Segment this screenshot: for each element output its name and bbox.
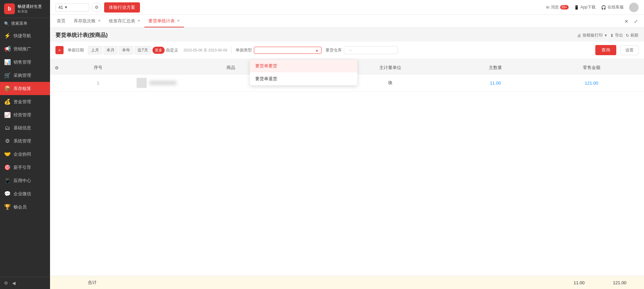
tab-collect-label: 收发存汇总表 — [109, 18, 135, 24]
sidebar-search[interactable]: 🔍 搜索菜单 — [0, 18, 50, 29]
sidebar-item-marketing[interactable]: 📢 营销推广 — [0, 42, 50, 55]
nav-label-enterprise: 企业协同 — [14, 151, 31, 157]
date-btn-more[interactable]: 更多 — [152, 47, 165, 54]
td-settings — [50, 74, 64, 92]
sidebar-footer: ⚙ ◀ — [0, 277, 50, 289]
sidebar-item-sales[interactable]: 📊 销售管理 — [0, 55, 50, 69]
footer-label: 合计 — [88, 280, 97, 285]
topbar-left: 41 ▼ ⚙ 体验行业方案 — [55, 2, 542, 13]
print-btn[interactable]: 🖨 按模板打印 ▼ — [577, 32, 607, 38]
sidebar-item-appstore[interactable]: 📱 应用中心 — [0, 174, 50, 187]
sidebar-item-purchase[interactable]: 🛒 采购管理 — [0, 69, 50, 82]
chevron-down-icon: ▼ — [64, 5, 68, 9]
print-label: 按模板打印 — [582, 32, 603, 38]
sidebar-item-member[interactable]: 🏆 畅会员 — [0, 200, 50, 214]
nav-label-system: 系统管理 — [14, 138, 31, 144]
page-actions: 🖨 按模板打印 ▼ ⬇ 导出 ↻ 刷新 — [577, 32, 639, 38]
date-filter-label: 单据日期 — [68, 47, 84, 53]
tab-home[interactable]: 首页 — [53, 15, 70, 27]
dropdown-caret-icon: ▲ — [315, 48, 318, 52]
col-header-num: 序号 — [94, 65, 102, 70]
tab-expand-btn[interactable]: ⤢ — [632, 17, 640, 25]
app-download-btn[interactable]: 📱 App下载 — [574, 4, 596, 10]
tab-bar: 首页 库存批次账 ✕ 收发存汇总表 ✕ 要货单统计表 ✕ ✕ ⤢ — [50, 15, 644, 28]
page-title: 要货单统计表(按商品) — [55, 32, 108, 39]
date-btn-this-month[interactable]: 本月 — [103, 46, 118, 54]
tab-collect-close[interactable]: ✕ — [137, 19, 140, 23]
refresh-icon: ↻ — [626, 33, 629, 38]
tab-close-all-btn[interactable]: ✕ — [622, 17, 630, 25]
search-label: 搜索菜单 — [11, 21, 27, 26]
td-num: 1 — [64, 74, 133, 92]
guide-icon: 🎯 — [4, 164, 11, 171]
amount-link[interactable]: 121.00 — [585, 81, 598, 86]
message-label: 消息 — [551, 4, 559, 10]
wechat-icon: 💬 — [4, 191, 11, 197]
page-content: 要货单统计表(按商品) 🖨 按模板打印 ▼ ⬇ 导出 ↻ 刷新 — [50, 28, 644, 289]
type-dropdown[interactable]: ▲ — [254, 47, 321, 54]
sidebar-collapse-icon[interactable]: ◀ — [12, 281, 16, 286]
sidebar-settings-icon[interactable]: ⚙ — [4, 281, 8, 286]
tab-batch[interactable]: 库存批次账 ✕ — [70, 15, 105, 27]
column-settings-icon[interactable]: ⚙ — [55, 65, 59, 70]
sidebar-item-quick[interactable]: ⚡ 快捷导航 — [0, 29, 50, 42]
inventory-icon: 📦 — [4, 85, 11, 92]
filter-expand-btn[interactable]: » — [55, 46, 64, 54]
type-filter-label: 单据类型 — [236, 47, 252, 53]
message-btn[interactable]: ✉ 消息 99+ — [546, 4, 569, 10]
sidebar-item-enterprise[interactable]: 🤝 企业协同 — [0, 148, 50, 161]
date-shortcuts: 上月 本月 本年 近7天 更多 自定义 — [88, 46, 178, 54]
nav-label-inventory: 库存核算 — [14, 86, 31, 92]
app-icon: 📱 — [574, 5, 579, 10]
gear-icon: ⚙ — [95, 5, 99, 10]
app-logo-icon: b — [4, 3, 15, 14]
sidebar-item-system[interactable]: ⚙ 系统管理 — [0, 134, 50, 148]
tab-order-stat[interactable]: 要货单统计表 ✕ — [144, 15, 184, 27]
export-icon: ⬇ — [610, 33, 614, 38]
trial-btn[interactable]: 体验行业方案 — [104, 2, 140, 13]
topbar-settings-btn[interactable]: ⚙ — [92, 3, 101, 12]
dropdown-option-order[interactable]: 要货单要货 — [250, 60, 357, 72]
product-image — [137, 78, 147, 88]
dropdown-option-order-label: 要货单要货 — [255, 63, 277, 68]
footer-qty: 11.00 — [574, 280, 585, 285]
sidebar-item-basic[interactable]: 🗂 基础信息 — [0, 121, 50, 134]
date-btn-last-month[interactable]: 上月 — [88, 46, 102, 54]
sidebar-item-finance[interactable]: 💰 资金管理 — [0, 95, 50, 108]
workspace-selector[interactable]: 41 ▼ — [55, 3, 89, 12]
set-btn[interactable]: 设置 — [620, 45, 639, 55]
sidebar-item-guide[interactable]: 🎯 新手引导 — [0, 161, 50, 174]
refresh-btn[interactable]: ↻ 刷新 — [626, 32, 639, 38]
nav-label-purchase: 采购管理 — [14, 72, 31, 79]
date-btn-this-year[interactable]: 本年 — [119, 46, 133, 54]
col-header-amount: 零售金额 — [583, 65, 600, 70]
nav-label-appstore: 应用中心 — [14, 178, 31, 184]
sidebar-item-operation[interactable]: 📈 经营管理 — [0, 108, 50, 121]
nav-label-operation: 经营管理 — [14, 112, 31, 118]
product-name — [149, 81, 176, 85]
online-service-btn[interactable]: 🎧 在线客服 — [601, 4, 624, 10]
nav-label-wechat: 企业微信 — [14, 191, 31, 197]
sidebar-item-wechat[interactable]: 💬 企业微信 — [0, 187, 50, 200]
warehouse-dropdown[interactable]: ··· — [344, 46, 398, 54]
appstore-icon: 📱 — [4, 177, 11, 184]
avatar[interactable] — [629, 3, 639, 12]
export-btn[interactable]: ⬇ 导出 — [610, 32, 623, 38]
query-btn[interactable]: 查询 — [595, 45, 616, 55]
th-settings[interactable]: ⚙ — [50, 61, 64, 74]
type-dropdown-popup: 要货单要货 要货单退货 — [249, 59, 358, 86]
row-num-1: 1 — [97, 81, 99, 86]
td-amount: 121.00 — [539, 74, 644, 92]
qty-link[interactable]: 11.00 — [490, 81, 501, 86]
marketing-icon: 📢 — [4, 46, 11, 52]
enterprise-icon: 🤝 — [4, 151, 11, 157]
tab-batch-close[interactable]: ✕ — [98, 19, 101, 23]
date-btn-custom[interactable]: 自定义 — [166, 47, 178, 53]
dropdown-option-return[interactable]: 要货单退货 — [250, 72, 357, 85]
quick-icon: ⚡ — [4, 32, 11, 39]
tab-collect[interactable]: 收发存汇总表 ✕ — [105, 15, 144, 27]
nav-label-member: 畅会员 — [14, 204, 27, 210]
tab-order-stat-close[interactable]: ✕ — [177, 19, 180, 23]
sidebar-item-inventory[interactable]: 📦 库存核算 — [0, 82, 50, 95]
date-btn-7days[interactable]: 近7天 — [135, 46, 151, 54]
